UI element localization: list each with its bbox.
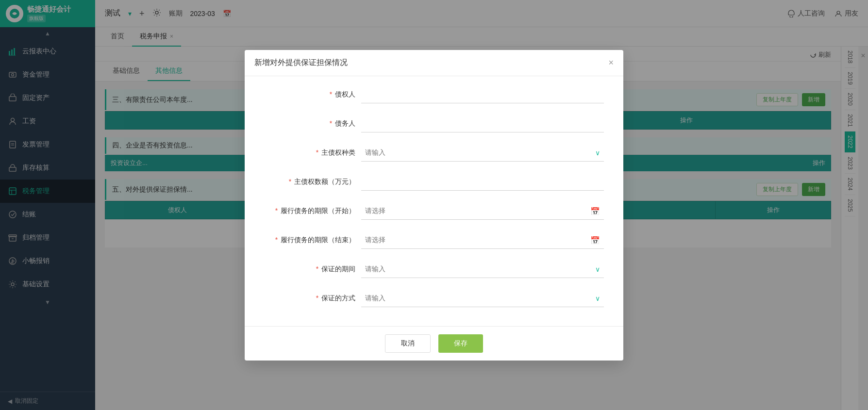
- form-row-debt-type: * 主债权种类 ∨: [264, 144, 604, 162]
- creditor-input[interactable]: [361, 86, 604, 103]
- debtor-required: *: [330, 119, 332, 127]
- period-start-label: * 履行债务的期限（开始）: [264, 207, 361, 215]
- form-row-debtor: * 债务人: [264, 115, 604, 132]
- guarantee-period-required: *: [316, 265, 318, 273]
- guarantee-method-input[interactable]: [361, 290, 604, 307]
- period-start-input[interactable]: [361, 202, 604, 220]
- period-end-label: * 履行债务的期限（结束）: [264, 236, 361, 245]
- debtor-label: * 债务人: [264, 119, 361, 128]
- modal-body: * 债权人 * 债务人 * 主债权种类: [245, 76, 623, 326]
- save-button[interactable]: 保存: [438, 334, 483, 353]
- period-start-required: *: [275, 207, 278, 214]
- modal-header: 新增对外提供保证担保情况 ×: [245, 50, 623, 76]
- period-end-input[interactable]: [361, 231, 604, 249]
- cancel-button[interactable]: 取消: [385, 334, 431, 353]
- form-row-period-start: * 履行债务的期限（开始） 📅: [264, 202, 604, 220]
- guarantee-method-required: *: [316, 294, 318, 302]
- debt-type-label: * 主债权种类: [264, 148, 361, 157]
- modal-overlay: 新增对外提供保证担保情况 × * 债权人 * 债务人: [0, 0, 868, 410]
- form-row-creditor: * 债权人: [264, 86, 604, 103]
- debt-amount-required: *: [289, 178, 291, 185]
- period-end-date-wrap: 📅: [361, 231, 604, 249]
- modal-close-btn[interactable]: ×: [608, 58, 614, 67]
- debt-amount-input[interactable]: [361, 173, 604, 191]
- debt-amount-label: * 主债权数额（万元）: [264, 178, 361, 186]
- form-row-debt-amount: * 主债权数额（万元）: [264, 173, 604, 191]
- creditor-required: *: [330, 90, 332, 98]
- period-end-required: *: [275, 236, 278, 244]
- debt-type-input[interactable]: [361, 144, 604, 162]
- form-row-period-end: * 履行债务的期限（结束） 📅: [264, 231, 604, 249]
- debt-type-select-wrap: ∨: [361, 144, 604, 162]
- debtor-input[interactable]: [361, 115, 604, 132]
- modal: 新增对外提供保证担保情况 × * 债权人 * 债务人: [245, 50, 623, 361]
- form-row-guarantee-period: * 保证的期间 ∨: [264, 261, 604, 278]
- guarantee-period-input[interactable]: [361, 261, 604, 278]
- modal-footer: 取消 保存: [245, 326, 623, 361]
- debt-type-required: *: [316, 148, 318, 156]
- creditor-label: * 债权人: [264, 90, 361, 99]
- guarantee-method-label: * 保证的方式: [264, 294, 361, 303]
- period-start-date-wrap: 📅: [361, 202, 604, 220]
- modal-title: 新增对外提供保证担保情况: [254, 58, 348, 68]
- guarantee-period-select-wrap: ∨: [361, 261, 604, 278]
- guarantee-method-select-wrap: ∨: [361, 290, 604, 307]
- form-row-guarantee-method: * 保证的方式 ∨: [264, 290, 604, 307]
- guarantee-period-label: * 保证的期间: [264, 265, 361, 274]
